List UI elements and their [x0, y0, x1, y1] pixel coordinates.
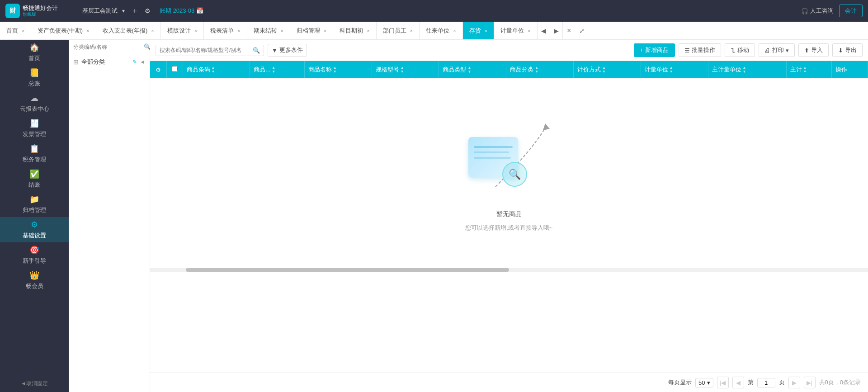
settings-button[interactable]: ⚙	[145, 7, 151, 14]
sidebar-item-close[interactable]: ✅ 结账	[0, 166, 69, 192]
tab-close[interactable]: ×	[237, 28, 240, 33]
th-type[interactable]: 商品类型 ▲▼	[439, 61, 506, 78]
th-category[interactable]: 商品分类 ▲▼	[506, 61, 574, 78]
tab-label: 首页	[6, 27, 18, 35]
th-name[interactable]: 商品名称 ▲▼	[304, 61, 372, 78]
main-layout: 🏠 首页 📒 总账 ☁ 云报表中心 🧾 发票管理 📋 税务管理 ✅ 结账 📁 归…	[0, 40, 868, 392]
sidebar-label: 税务管理	[23, 156, 46, 164]
horizontal-scrollbar[interactable]	[150, 268, 868, 272]
first-page-button[interactable]: |◀	[717, 377, 729, 388]
tab-close[interactable]: ×	[194, 28, 197, 33]
company-name: 基层工会测试	[82, 7, 118, 15]
category-label: 全部分类	[81, 58, 130, 66]
category-search-bar: 🔍	[69, 40, 150, 54]
category-collapse-button[interactable]: ◄	[140, 59, 145, 65]
tab-close[interactable]: ×	[453, 28, 456, 33]
tab-close[interactable]: ×	[281, 28, 283, 33]
right-panel: 🔍 ▼ 更多条件 + 新增商品 ☰ 批量操作	[150, 40, 868, 392]
per-page-select[interactable]: 50 ▾	[695, 378, 713, 387]
product-table-container: ⚙ 商品条码 ▲▼ 商品...	[150, 61, 868, 373]
category-edit-button[interactable]: ✎	[132, 59, 137, 65]
toolbar-area: 🔍 ▼ 更多条件 + 新增商品 ☰ 批量操作	[150, 40, 868, 61]
category-search-input[interactable]	[73, 44, 141, 50]
tab-存货[interactable]: 存货 ×	[463, 22, 494, 40]
empty-doc: 🔍	[468, 137, 518, 178]
add-product-button[interactable]: + 新增商品	[634, 43, 675, 57]
tab-label: 科目期初	[340, 27, 363, 35]
th-barcode[interactable]: 商品条码 ▲▼	[183, 61, 250, 78]
th-checkbox[interactable]	[166, 61, 183, 78]
sidebar-item-home[interactable]: 🏠 首页	[0, 40, 69, 65]
sidebar-label: 总账	[28, 80, 40, 88]
tab-label: 存货	[469, 27, 481, 35]
th-code[interactable]: 商品... ▲▼	[250, 61, 305, 78]
th-main-count[interactable]: 主计 ▲▼	[786, 61, 831, 78]
th-unit[interactable]: 计量单位 ▲▼	[641, 61, 708, 78]
inner-layout: 🔍 ⊞ 全部分类 ✎ ◄ 🔍 ▼	[69, 40, 868, 392]
last-page-button[interactable]: ▶|	[804, 377, 816, 388]
tab-模版设计[interactable]: 模版设计 ×	[161, 22, 204, 40]
sidebar-item-ledger[interactable]: 📒 总账	[0, 65, 69, 90]
tab-首页[interactable]: 首页 ×	[0, 22, 31, 40]
move-icon: ⇅	[731, 47, 736, 54]
add-tab-button[interactable]: ＋	[131, 6, 138, 16]
tab-往来单位[interactable]: 往来单位 ×	[420, 22, 462, 40]
tab-归档管理[interactable]: 归档管理 ×	[290, 22, 333, 40]
logo-icon: 财	[5, 4, 20, 18]
expand-button[interactable]: ⤢	[576, 22, 588, 40]
sidebar-label: 新手引导	[23, 257, 46, 265]
export-icon: ⬇	[838, 47, 843, 54]
tab-close[interactable]: ×	[410, 28, 413, 33]
top-header: 财 畅捷通好会计 旗舰版 基层工会测试 ▾ ＋ ⚙ 账期 2023-03 📅 🎧…	[0, 0, 868, 22]
batch-icon: ☰	[684, 47, 690, 54]
close-all-tabs-button[interactable]: ×	[563, 22, 576, 40]
tab-close[interactable]: ×	[22, 28, 24, 33]
page-number-input[interactable]	[757, 378, 775, 387]
move-button[interactable]: ⇅ 移动	[725, 43, 755, 57]
tab-close[interactable]: ×	[528, 28, 530, 33]
tab-close[interactable]: ×	[367, 28, 369, 33]
tab-next-button[interactable]: ▶	[550, 22, 563, 40]
tab-科目期初[interactable]: 科目期初 ×	[333, 22, 376, 40]
sidebar-item-archive[interactable]: 📁 归档管理	[0, 192, 69, 217]
tab-bar: 首页 × 资产负债表(中期) × 收入支出表(年报) × 模版设计 × 税表清单…	[0, 22, 868, 40]
tab-close[interactable]: ×	[151, 28, 154, 33]
tab-close-active[interactable]: ×	[485, 28, 487, 33]
account-button[interactable]: 会计	[839, 5, 863, 17]
sidebar-item-reports[interactable]: ☁ 云报表中心	[0, 90, 69, 116]
tab-close[interactable]: ×	[324, 28, 326, 33]
tab-收入支出表[interactable]: 收入支出表(年报) ×	[96, 22, 161, 40]
more-filter-button[interactable]: ▼ 更多条件	[268, 44, 307, 57]
tab-期末结转[interactable]: 期末结转 ×	[247, 22, 290, 40]
product-search-input[interactable]	[160, 47, 250, 53]
tab-资产负债表[interactable]: 资产负债表(中期) ×	[31, 22, 96, 40]
th-pricing[interactable]: 计价方式 ▲▼	[573, 61, 641, 78]
tab-close[interactable]: ×	[86, 28, 89, 33]
prev-page-button[interactable]: ◀	[732, 377, 744, 388]
per-page-label: 每页显示	[668, 378, 692, 387]
sidebar-item-tax[interactable]: 📋 税务管理	[0, 141, 69, 166]
tab-prev-button[interactable]: ◀	[538, 22, 550, 40]
select-all-checkbox[interactable]	[172, 66, 178, 72]
print-button[interactable]: 🖨 打印 ▾	[759, 43, 795, 57]
tab-计量单位[interactable]: 计量单位 ×	[494, 22, 537, 40]
export-button[interactable]: ⬇ 导出	[832, 43, 863, 57]
tab-税表清单[interactable]: 税表清单 ×	[204, 22, 247, 40]
batch-operations-button[interactable]: ☰ 批量操作	[679, 43, 721, 57]
th-spec[interactable]: 规格型号 ▲▼	[372, 61, 439, 78]
cancel-fixed-button[interactable]: ◄取消固定	[0, 375, 69, 392]
product-search-icon[interactable]: 🔍	[253, 47, 260, 54]
th-settings[interactable]: ⚙	[150, 61, 166, 78]
tab-label: 计量单位	[500, 27, 524, 35]
sidebar-item-settings[interactable]: ⚙ 基础设置	[0, 217, 69, 242]
company-dropdown[interactable]: ▾	[122, 8, 125, 14]
sidebar-item-member[interactable]: 👑 畅会员	[0, 268, 69, 293]
support-button[interactable]: 🎧 人工咨询	[801, 7, 834, 15]
scrollbar-thumb[interactable]	[186, 268, 509, 272]
tab-部门员工[interactable]: 部门员工 ×	[377, 22, 420, 40]
import-button[interactable]: ⬆ 导入	[798, 43, 829, 57]
next-page-button[interactable]: ▶	[788, 377, 800, 388]
th-main-unit[interactable]: 主计量单位 ▲▼	[708, 61, 786, 78]
sidebar-item-invoice[interactable]: 🧾 发票管理	[0, 116, 69, 141]
sidebar-item-guide[interactable]: 🎯 新手引导	[0, 242, 69, 268]
